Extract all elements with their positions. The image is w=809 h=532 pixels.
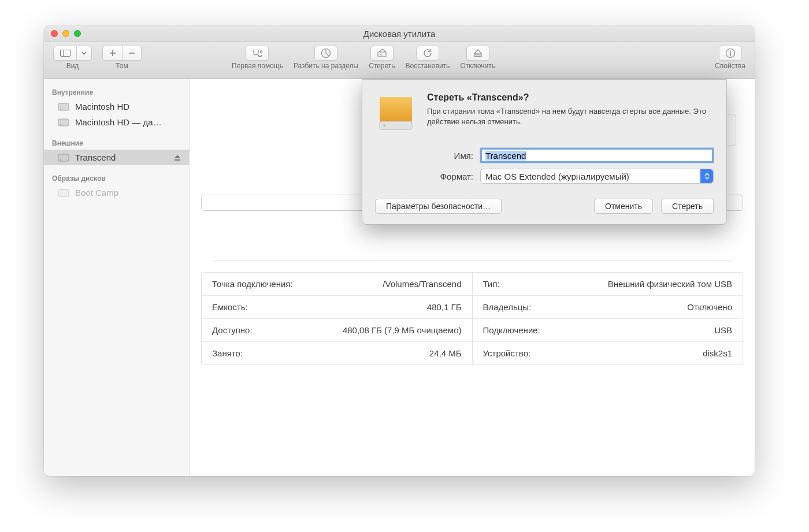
sidebar-item-label: Macintosh HD — да… bbox=[75, 117, 162, 127]
sidebar-item-label: Transcend bbox=[75, 152, 116, 162]
sidebar-item-label: Boot Camp bbox=[75, 188, 118, 198]
view-sidebar-button[interactable] bbox=[53, 46, 76, 61]
info-row-mount: Точка подключения:/Volumes/Transcend bbox=[202, 273, 472, 296]
svg-point-6 bbox=[730, 51, 731, 52]
svg-point-11 bbox=[60, 124, 61, 125]
sidebar-section-images: Образы дисков bbox=[44, 171, 189, 185]
format-value: Mac OS Extended (журналируемый) bbox=[485, 172, 629, 181]
sidebar-item-transcend[interactable]: Transcend bbox=[44, 150, 189, 165]
name-label: Имя: bbox=[429, 151, 473, 161]
info-button[interactable] bbox=[719, 46, 742, 61]
info-label: Свойства bbox=[715, 62, 745, 70]
partition-label: Разбить на разделы bbox=[294, 62, 358, 70]
external-drive-big-icon bbox=[375, 92, 417, 134]
sidebar-section-external: Внешние bbox=[44, 136, 189, 150]
sidebar: Внутренние Macintosh HD Macintosh HD — д… bbox=[44, 79, 190, 476]
svg-rect-3 bbox=[378, 52, 386, 57]
volume-label: Том bbox=[116, 62, 128, 70]
dialog-message: При стирании тома «Transcend» на нем буд… bbox=[427, 106, 714, 127]
view-label: Вид bbox=[66, 62, 79, 70]
external-disk-icon bbox=[58, 154, 69, 162]
erase-dialog: Стереть «Transcend»? При стирании тома «… bbox=[362, 79, 727, 225]
toolbar: Вид Том Первая помощь Раз bbox=[44, 42, 755, 79]
minus-icon bbox=[128, 50, 135, 57]
svg-point-9 bbox=[60, 109, 61, 110]
sidebar-item-boot-camp[interactable]: Boot Camp bbox=[44, 185, 189, 200]
erase-confirm-button[interactable]: Стереть bbox=[661, 199, 714, 214]
first-aid-label: Первая помощь bbox=[232, 62, 283, 70]
restore-label: Восстановить bbox=[406, 62, 450, 70]
format-label: Формат: bbox=[429, 172, 473, 181]
svg-rect-12 bbox=[58, 154, 69, 161]
svg-rect-18 bbox=[380, 97, 412, 121]
stethoscope-icon bbox=[251, 49, 263, 58]
first-aid-button[interactable] bbox=[246, 46, 269, 61]
dialog-title: Стереть «Transcend»? bbox=[427, 92, 714, 103]
restore-icon bbox=[422, 49, 433, 58]
chevron-down-icon bbox=[81, 51, 87, 55]
eject-icon bbox=[473, 49, 483, 57]
minimize-window-button[interactable] bbox=[62, 30, 69, 37]
internal-disk-icon bbox=[58, 103, 69, 111]
view-menu-button[interactable] bbox=[76, 46, 92, 61]
svg-rect-14 bbox=[58, 189, 69, 196]
disk-image-icon bbox=[58, 189, 69, 197]
svg-rect-4 bbox=[474, 55, 481, 57]
info-row-owners: Владельцы:Отключено bbox=[473, 296, 743, 319]
sidebar-section-internal: Внутренние bbox=[44, 85, 189, 99]
info-row-capacity: Емкость:480,1 ГБ bbox=[202, 296, 472, 319]
svg-point-13 bbox=[60, 159, 61, 161]
disk-utility-window: Дисковая утилита Вид bbox=[44, 25, 755, 476]
info-row-type: Тип:Внешний физический том USB bbox=[473, 273, 743, 296]
erase-icon bbox=[377, 49, 387, 58]
info-row-used: Занято:24,4 МБ bbox=[202, 342, 472, 364]
info-row-device: Устройство:disk2s1 bbox=[473, 342, 743, 364]
zoom-window-button[interactable] bbox=[74, 30, 81, 37]
cancel-button[interactable]: Отменить bbox=[594, 199, 653, 214]
svg-rect-0 bbox=[60, 50, 70, 57]
sidebar-icon bbox=[60, 50, 70, 57]
plus-icon bbox=[109, 50, 116, 57]
format-select[interactable]: Mac OS Extended (журналируемый) bbox=[480, 169, 714, 184]
erase-label: Стереть bbox=[369, 62, 395, 70]
pie-icon bbox=[321, 48, 331, 58]
unmount-button[interactable] bbox=[466, 46, 489, 61]
sidebar-item-macintosh-hd[interactable]: Macintosh HD bbox=[44, 99, 189, 114]
eject-icon[interactable] bbox=[174, 154, 181, 161]
erase-button[interactable] bbox=[370, 46, 394, 61]
window-title: Дисковая утилита bbox=[44, 29, 755, 39]
unmount-label: Отключить bbox=[460, 62, 495, 70]
sidebar-item-label: Macintosh HD bbox=[75, 102, 129, 111]
select-arrows-icon bbox=[700, 169, 713, 183]
window-controls bbox=[51, 30, 81, 37]
svg-rect-10 bbox=[58, 119, 69, 126]
info-row-connection: Подключение:USB bbox=[473, 319, 743, 342]
remove-volume-button[interactable] bbox=[122, 46, 142, 61]
security-options-button[interactable]: Параметры безопасности… bbox=[375, 199, 502, 214]
svg-rect-8 bbox=[58, 103, 69, 110]
sidebar-item-macintosh-hd-data[interactable]: Macintosh HD — да… bbox=[44, 114, 189, 130]
info-table: Точка подключения:/Volumes/Transcend Емк… bbox=[201, 272, 743, 365]
main-content: 480,1 ГБ Точка подключения:/Volumes/Tran… bbox=[190, 79, 755, 476]
svg-point-16 bbox=[383, 124, 385, 126]
svg-rect-7 bbox=[730, 53, 731, 56]
close-window-button[interactable] bbox=[51, 30, 58, 37]
info-row-available: Доступно:480,08 ГБ (7,9 МБ очищаемо) bbox=[202, 319, 472, 342]
info-icon bbox=[725, 48, 736, 58]
add-volume-button[interactable] bbox=[102, 46, 122, 61]
titlebar: Дисковая утилита bbox=[44, 25, 755, 42]
restore-button[interactable] bbox=[416, 46, 439, 61]
name-input[interactable] bbox=[480, 148, 714, 163]
internal-disk-icon bbox=[58, 118, 69, 127]
partition-button[interactable] bbox=[314, 46, 337, 61]
